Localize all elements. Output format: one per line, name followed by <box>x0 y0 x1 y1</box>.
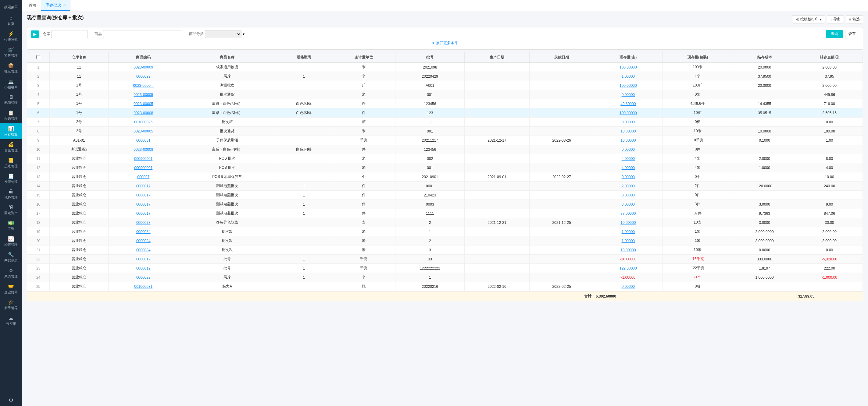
row-unit: 件 <box>332 191 396 200</box>
row-name: 批次次 <box>178 236 276 245</box>
row-qty-main[interactable]: 1.00000 <box>594 72 662 81</box>
row-qty-main[interactable]: 122.00000 <box>594 264 662 273</box>
row-qty-main[interactable]: 0.00000 <box>594 90 662 99</box>
row-qty-main[interactable]: 0.00000 <box>594 282 662 292</box>
row-code[interactable]: 0000012 <box>108 264 178 273</box>
row-code[interactable]: 000097 <box>108 172 178 181</box>
row-prod-date <box>465 200 529 209</box>
row-qty-main[interactable]: 10.00000 <box>594 127 662 136</box>
row-qty-main[interactable]: 0.00000 <box>594 145 662 154</box>
row-qty-main[interactable]: 10.00000 <box>594 218 662 227</box>
row-code[interactable]: 0023-0000... <box>108 81 178 90</box>
row-code[interactable]: 0023-00005 <box>108 90 178 99</box>
row-code[interactable]: 001000031 <box>108 282 178 292</box>
row-qty-main[interactable]: 1.00000 <box>594 236 662 245</box>
sidebar-settings-button[interactable]: ⚙ <box>0 395 22 406</box>
select-all-checkbox[interactable] <box>36 55 40 59</box>
settings-button[interactable]: 设置 <box>845 30 859 38</box>
row-code[interactable]: 0023-00005 <box>108 99 178 108</box>
warehouse-input[interactable] <box>51 30 88 38</box>
sidebar-item-small-ecommerce[interactable]: 💻 小额电商 <box>0 76 22 92</box>
row-qty-main[interactable]: 100.00000 <box>594 108 662 117</box>
tab-inventory-batch[interactable]: 库存批次 ✕ <box>41 0 70 11</box>
row-qty-main[interactable]: -1.00000 <box>594 273 662 282</box>
row-code[interactable]: 0000017 <box>108 200 178 209</box>
row-code[interactable]: 0023-00008 <box>108 108 178 117</box>
sidebar-item-collab[interactable]: 🤝 企业协同 <box>0 281 22 297</box>
sidebar-item-quicknav[interactable]: ⚡ 快捷导航 <box>0 29 22 44</box>
filter-expand-button[interactable]: ▼ 展开更多条件 <box>31 39 859 47</box>
col-spec: 规格型号 <box>276 53 332 63</box>
row-code[interactable]: 0023-00008 <box>108 145 178 154</box>
row-qty-main[interactable]: 87.00000 <box>594 209 662 218</box>
row-cost: 1.0000 <box>733 163 796 172</box>
table-row: 72号001000026批次柜柜110.000000柜0.00 <box>27 117 863 127</box>
sidebar-item-ledger[interactable]: 📒 总账管理 <box>0 155 22 171</box>
sidebar-item-inventory[interactable]: 📊 库存核算 <box>0 123 22 139</box>
row-qty-main[interactable]: 100.00000 <box>594 81 662 90</box>
row-qty-main[interactable]: 4.00000 <box>594 163 662 172</box>
row-code[interactable]: 0000012 <box>108 255 178 264</box>
sidebar-item-tax[interactable]: 🏛 税务管理 <box>0 187 22 202</box>
row-exp-date <box>529 181 594 191</box>
row-qty-main[interactable]: 0.00000 <box>594 117 662 127</box>
row-qty-main[interactable]: 10.00000 <box>594 245 662 255</box>
sidebar-item-invoice[interactable]: 🧾 发票管理 <box>0 171 22 187</box>
row-code[interactable]: 0000078 <box>108 218 178 227</box>
export-button[interactable]: ↑ 导出 <box>827 15 844 24</box>
sidebar-item-ops[interactable]: 📈 经营管理 <box>0 234 22 249</box>
category-select[interactable] <box>205 30 242 38</box>
row-code[interactable]: 0023-00005 <box>108 127 178 136</box>
row-qty-main[interactable]: 3.00000 <box>594 200 662 209</box>
row-code[interactable]: 0000017 <box>108 191 178 200</box>
row-qty-main[interactable]: -16.00000 <box>594 255 662 264</box>
row-qty-main[interactable]: 100.00000 <box>594 63 662 72</box>
row-code[interactable]: 0000029 <box>108 72 178 81</box>
row-qty-main[interactable]: 2.00000 <box>594 181 662 191</box>
row-code[interactable]: 0000017 <box>108 181 178 191</box>
sidebar-item-ecommerce[interactable]: 🖥 电商管理 <box>0 92 22 107</box>
sidebar-item-home[interactable]: ⌂ 首页 <box>0 13 22 29</box>
row-qty-main[interactable]: 4.00000 <box>594 154 662 163</box>
row-code[interactable]: 0023-00009 <box>108 63 178 72</box>
tab-close-icon[interactable]: ✕ <box>63 3 66 7</box>
row-qty-main[interactable]: 49.60000 <box>594 99 662 108</box>
sidebar-item-purchase[interactable]: 📋 采购管理 <box>0 107 22 123</box>
row-code[interactable]: 001000026 <box>108 117 178 127</box>
sidebar-item-basic[interactable]: 🔧 基础信息 <box>0 249 22 265</box>
row-qty-pkg: 10柜 <box>662 108 733 117</box>
search-button[interactable]: 查询 <box>826 30 843 38</box>
filter-toggle-button[interactable]: ▶ <box>31 30 39 38</box>
row-qty-main[interactable]: 10.00000 <box>594 136 662 145</box>
row-spec <box>276 282 332 292</box>
sidebar-item-finance[interactable]: 💰 资金管理 <box>0 139 22 155</box>
row-prod-date <box>465 255 529 264</box>
row-qty-main[interactable]: 0.00000 <box>594 172 662 181</box>
print-button[interactable]: 🖨 按模板打印 ▾ <box>792 15 825 24</box>
sidebar-item-retail[interactable]: 🛒 零售管理 <box>0 44 22 60</box>
sidebar-logo[interactable]: 搜索菜单 <box>0 2 22 12</box>
row-prod-date <box>465 127 529 136</box>
sidebar-item-guide[interactable]: 🎓 新手引导 <box>0 297 22 313</box>
row-code[interactable]: 0000031 <box>108 136 178 145</box>
row-code[interactable]: 0000084 <box>108 236 178 245</box>
row-code[interactable]: 0000017 <box>108 209 178 218</box>
sidebar-item-wholesale[interactable]: 📦 批发管理 <box>0 60 22 76</box>
row-code[interactable]: 0000084 <box>108 227 178 236</box>
row-qty-main[interactable]: 1.00000 <box>594 227 662 236</box>
row-qty-main[interactable]: 0.00000 <box>594 191 662 200</box>
row-code[interactable]: 000900001 <box>108 154 178 163</box>
sidebar-item-assets[interactable]: 🏗 固定资产 <box>0 202 22 218</box>
sidebar-item-payroll[interactable]: 💵 工资 <box>0 218 22 234</box>
row-num: 21 <box>27 245 50 255</box>
row-code[interactable]: 000900001 <box>108 163 178 172</box>
sidebar-item-cloud[interactable]: ☁ 云应用 <box>0 313 22 329</box>
row-code[interactable]: 0000029 <box>108 273 178 282</box>
tab-home[interactable]: 首页 <box>24 0 41 11</box>
row-warehouse: 营业粮仓 <box>50 227 108 236</box>
product-input[interactable] <box>103 30 182 38</box>
sidebar-item-system[interactable]: ⚙ 系统管理 <box>0 265 22 281</box>
row-batch: 1 <box>396 227 465 236</box>
row-code[interactable]: 0000084 <box>108 245 178 255</box>
filter-button[interactable]: ≡ 筛选 <box>846 15 863 24</box>
